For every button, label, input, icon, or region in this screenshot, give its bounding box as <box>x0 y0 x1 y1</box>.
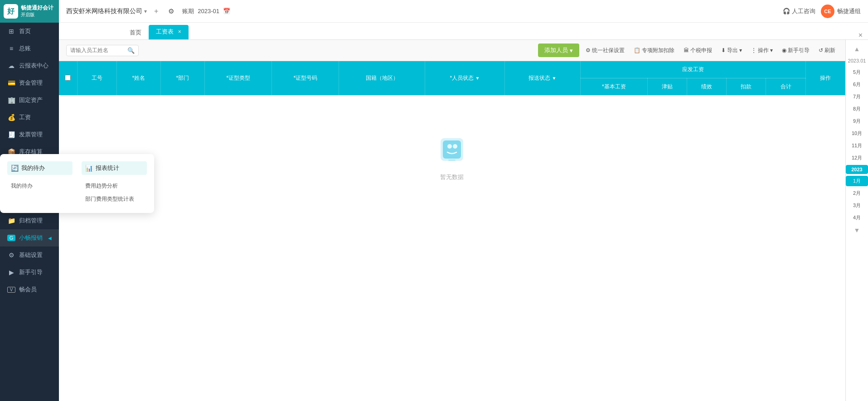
popup-col-1-title: 🔄 我的待办 <box>7 161 73 175</box>
popup-item-dept-cost[interactable]: 部门费用类型统计表 <box>82 193 147 206</box>
report-icon: 📊 <box>85 164 93 172</box>
todo-icon: 🔄 <box>11 164 19 172</box>
popup-item-todo[interactable]: 我的待办 <box>7 179 73 193</box>
popup-item-cost-trend[interactable]: 费用趋势分析 <box>82 179 147 193</box>
popup-section: 🔄 我的待办 我的待办 📊 报表统计 费用趋势分析 部门费用类型统计表 <box>7 161 147 206</box>
popup-col-2-label: 报表统计 <box>96 164 119 172</box>
popup-col-1: 🔄 我的待办 我的待办 <box>7 161 73 206</box>
popup-backdrop: 🔄 我的待办 我的待办 📊 报表统计 费用趋势分析 部门费用类型统计表 <box>0 0 868 401</box>
popup-col-2: 📊 报表统计 费用趋势分析 部门费用类型统计表 <box>82 161 147 206</box>
popup-col-1-label: 我的待办 <box>21 164 45 172</box>
popup-menu: 🔄 我的待办 我的待办 📊 报表统计 费用趋势分析 部门费用类型统计表 <box>0 154 154 213</box>
popup-col-2-title: 📊 报表统计 <box>82 161 147 175</box>
